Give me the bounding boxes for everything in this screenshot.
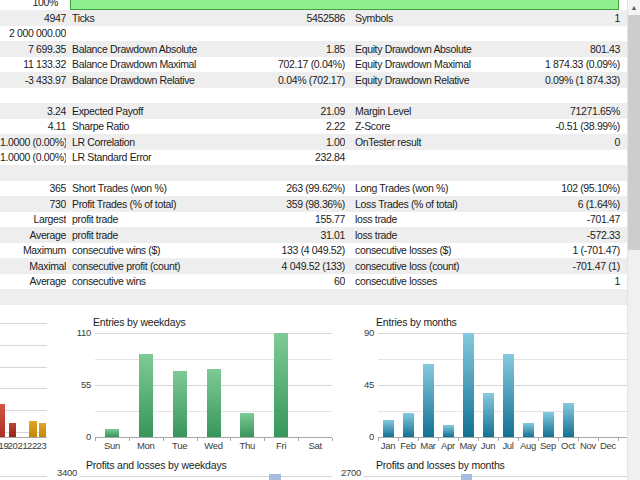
gridline xyxy=(95,437,332,438)
x-axis-label: Mon xyxy=(137,441,155,451)
up-arrow-icon: ▲ xyxy=(631,4,638,11)
strategy-tester-report: 100% 4947Ticks5452586Symbols12 000 000.0… xyxy=(0,0,640,480)
x-axis-label: Dec xyxy=(600,441,616,451)
gridline xyxy=(0,476,47,477)
bar xyxy=(139,354,153,437)
bar xyxy=(423,364,434,437)
x-axis-label: Tue xyxy=(172,441,187,451)
axis-tick xyxy=(332,438,333,441)
gridline xyxy=(378,333,628,334)
axis-tick xyxy=(578,438,579,441)
chart-title: Profits and losses by months xyxy=(376,459,505,471)
x-axis-label: Sun xyxy=(104,441,120,451)
scrollbar-thumb[interactable] xyxy=(628,15,640,250)
gridline xyxy=(80,476,332,477)
bar xyxy=(463,333,474,437)
x-axis-label: Jul xyxy=(502,441,513,451)
x-axis-label: Nov xyxy=(580,441,596,451)
x-axis-label: Jun xyxy=(481,441,495,451)
bar xyxy=(173,371,187,437)
x-axis-label: Oct xyxy=(561,441,575,451)
gridline xyxy=(0,437,47,438)
axis-tick xyxy=(197,438,198,441)
bar xyxy=(523,423,534,437)
y-axis-label: 2700 xyxy=(329,468,361,478)
x-axis-label: 23 xyxy=(37,441,47,451)
axis-tick xyxy=(618,438,619,441)
axis-tick xyxy=(95,438,96,441)
x-axis-label: Feb xyxy=(400,441,415,451)
axis-tick xyxy=(230,438,231,441)
gridline xyxy=(95,333,332,334)
gridline xyxy=(0,410,47,411)
bar xyxy=(563,403,574,437)
y-axis-label: 90 xyxy=(342,328,374,338)
gridline xyxy=(95,359,332,360)
x-axis-label: 22 xyxy=(27,441,37,451)
axis-tick xyxy=(598,438,599,441)
x-axis-label: Sat xyxy=(308,441,321,451)
vertical-scrollbar[interactable]: ▲ xyxy=(627,0,640,480)
x-axis-label: May xyxy=(459,441,476,451)
y-axis-label: 110 xyxy=(59,328,91,338)
x-axis-label: 20 xyxy=(8,441,18,451)
chart-title: Entries by weekdays xyxy=(93,316,186,328)
y-axis-label: 0 xyxy=(342,432,374,442)
bar xyxy=(9,423,16,437)
gridline xyxy=(0,367,47,368)
charts-section: Entries by weekdays Entries by months Pr… xyxy=(0,0,640,480)
axis-tick xyxy=(518,438,519,441)
y-axis-label: 55 xyxy=(59,380,91,390)
x-axis-label: Mar xyxy=(420,441,435,451)
bar xyxy=(29,421,37,437)
axis-tick xyxy=(558,438,559,441)
axis-tick xyxy=(129,438,130,441)
axis-tick xyxy=(398,438,399,441)
x-axis-label: Wed xyxy=(204,441,222,451)
bar xyxy=(274,333,288,437)
bar xyxy=(240,413,254,437)
y-axis-label: 3400 xyxy=(45,468,77,478)
axis-tick xyxy=(538,438,539,441)
x-axis-label: Thu xyxy=(240,441,255,451)
bar xyxy=(443,425,454,437)
axis-tick xyxy=(163,438,164,441)
bar xyxy=(461,474,472,480)
bar xyxy=(0,404,5,437)
gridline xyxy=(0,323,47,324)
axis-tick xyxy=(264,438,265,441)
gridline xyxy=(364,476,628,477)
x-axis-label: Fri xyxy=(276,441,286,451)
bar xyxy=(403,413,414,437)
x-axis-label: Aug xyxy=(520,441,536,451)
chart-title: Entries by months xyxy=(376,316,457,328)
axis-tick xyxy=(478,438,479,441)
gridline xyxy=(378,437,628,438)
axis-tick xyxy=(298,438,299,441)
gridline xyxy=(0,345,47,346)
x-axis-label: 21 xyxy=(18,441,28,451)
bar xyxy=(269,474,281,480)
bar xyxy=(483,393,494,437)
bar xyxy=(543,412,554,437)
axis-tick xyxy=(378,438,379,441)
axis-tick xyxy=(498,438,499,441)
chart-title: Profits and losses by weekdays xyxy=(86,459,227,471)
axis-tick xyxy=(438,438,439,441)
gridline xyxy=(0,388,47,389)
bar xyxy=(207,369,221,437)
y-axis-label: 0 xyxy=(59,432,91,442)
bar xyxy=(39,423,47,437)
scroll-up-button[interactable]: ▲ xyxy=(628,0,640,15)
bar xyxy=(383,420,394,437)
bar xyxy=(105,429,119,437)
y-axis-label: 45 xyxy=(342,380,374,390)
x-axis-label: Jan xyxy=(381,441,395,451)
x-axis-label: Sep xyxy=(540,441,556,451)
bar xyxy=(503,354,514,437)
x-axis-label: Apr xyxy=(441,441,455,451)
axis-tick xyxy=(418,438,419,441)
